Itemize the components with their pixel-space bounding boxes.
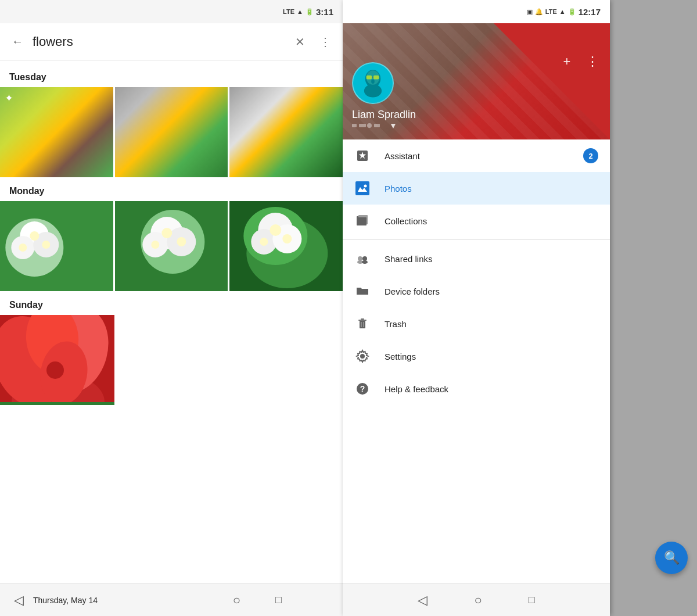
help-icon: ? [354,381,371,397]
right-nav-recents-icon[interactable]: □ [529,594,535,606]
header-more-button[interactable]: ⋮ [582,51,603,72]
collections-label: Collections [385,216,598,226]
tuesday-photo-grid: ✦ [0,87,343,179]
nav-icons: ○ □ [186,593,329,608]
svg-rect-37 [367,76,372,80]
home-nav-icon[interactable]: ○ [233,593,240,608]
collections-icon [354,213,371,229]
header-action-icons: + ⋮ [556,51,603,72]
assistant-badge: 2 [583,148,598,163]
account-selector[interactable]: ▼ [352,121,601,130]
drawer-header: + ⋮ [343,23,610,139]
menu-item-collections[interactable]: Collections [343,205,610,237]
drawer-menu: Assistant 2 Photos [343,139,610,583]
monday-photo-3[interactable] [229,201,343,291]
status-bar-right: ▣ 🔔 LTE ▲ 🔋 12:17 [343,0,610,23]
svg-point-62 [360,354,365,359]
svg-point-6 [19,243,27,252]
search-query-title[interactable]: flowers [33,34,285,49]
settings-label: Settings [385,352,598,361]
more-options-button[interactable]: ⋮ [315,31,336,52]
settings-icon [354,348,371,364]
svg-point-15 [177,237,186,246]
bottom-bar-left: ◁ Thursday, May 14 ○ □ [0,583,343,616]
nav-back-icon[interactable]: ◁ [14,593,24,608]
star-icon-1: ✦ [5,92,13,105]
svg-rect-38 [373,76,379,80]
tuesday-photo-1[interactable]: ✦ [0,87,113,177]
monday-photo-2[interactable] [115,201,228,291]
right-status-icons: ▣ 🔔 LTE ▲ 🔋 12:17 [527,7,601,17]
right-signal-icon: ▲ [559,8,566,15]
sunday-photo-grid [0,315,343,405]
svg-point-49 [364,185,367,188]
svg-point-23 [260,238,268,246]
menu-divider-1 [343,239,610,240]
menu-item-settings[interactable]: Settings [343,340,610,373]
navigation-drawer: ▣ 🔔 LTE ▲ 🔋 12:17 + ⋮ [343,0,610,616]
tuesday-label: Tuesday [0,65,343,87]
signal-icon: ▲ [297,8,303,15]
menu-item-shared-links[interactable]: Shared links [343,242,610,275]
add-account-button[interactable]: + [556,51,577,72]
user-name: Liam Spradlin [352,109,601,121]
left-panel: LTE ▲ 🔋 3:11 ← flowers ✕ ⋮ Tuesday ✦ M [0,0,343,616]
svg-point-54 [362,256,367,261]
battery-icon: 🔋 [306,8,314,16]
monday-photo-1[interactable] [0,201,113,291]
back-arrow-icon: ← [12,35,23,48]
svg-point-14 [151,241,159,249]
shared-links-icon [354,250,371,267]
device-folders-icon [354,283,371,299]
header-more-icon: ⋮ [586,54,599,69]
assistant-icon [354,148,371,164]
shared-links-label: Shared links [385,254,598,264]
svg-point-56 [362,260,368,264]
right-nav-home-icon[interactable]: ○ [474,593,482,608]
svg-rect-58 [358,320,367,321]
svg-point-53 [358,256,362,261]
trash-label: Trash [385,319,598,329]
svg-rect-57 [360,321,365,328]
svg-point-24 [283,234,292,243]
svg-point-43 [367,123,372,128]
photos-icon [354,180,371,196]
photo-scroll-content: Tuesday ✦ Monday [0,60,343,583]
menu-item-photos[interactable]: Photos [343,172,610,205]
sunday-label: Sunday [0,293,343,315]
svg-text:?: ? [360,384,365,393]
menu-item-help[interactable]: ? Help & feedback [343,373,610,405]
svg-point-7 [42,241,50,249]
close-icon: ✕ [295,35,305,49]
add-icon: + [563,54,571,69]
drawer-overlay[interactable] [610,0,697,616]
svg-point-5 [30,231,39,241]
right-lte-icon: LTE [545,8,557,15]
help-label: Help & feedback [385,384,598,394]
recents-nav-icon[interactable]: □ [275,594,282,606]
user-avatar[interactable] [352,62,394,104]
tuesday-photo-2[interactable] [115,87,228,177]
left-status-icons: LTE ▲ 🔋 3:11 [283,7,333,17]
tuesday-photo-3[interactable] [229,87,343,177]
svg-rect-42 [359,124,366,127]
menu-item-assistant[interactable]: Assistant 2 [343,139,610,172]
monday-photo-grid [0,201,343,293]
svg-rect-59 [361,318,364,320]
svg-point-35 [364,84,382,98]
svg-rect-52 [357,217,367,225]
right-nav-back-icon[interactable]: ◁ [418,593,427,608]
sunday-photo-1[interactable] [0,315,114,405]
svg-point-22 [270,224,282,236]
search-bar: ← flowers ✕ ⋮ [0,23,343,60]
search-fab-button[interactable]: 🔍 [655,542,688,574]
account-email [352,121,387,130]
gallery-icon: ▣ [527,8,533,16]
clear-search-button[interactable]: ✕ [289,31,310,52]
bottom-bar-right: ◁ ○ □ [343,583,610,616]
photos-label: Photos [385,184,598,194]
menu-item-trash[interactable]: Trash [343,307,610,340]
menu-item-device-folders[interactable]: Device folders [343,275,610,307]
back-button[interactable]: ← [7,31,28,52]
right-battery-icon: 🔋 [568,8,576,16]
